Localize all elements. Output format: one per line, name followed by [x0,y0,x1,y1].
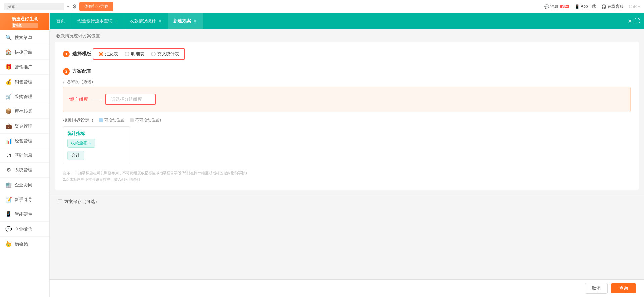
trial-button[interactable]: 体验行业方案 [79,2,113,11]
save-checkbox-text: 方案保存（可选） [64,199,99,205]
top-bar-left: ▾ ⚙ 体验行业方案 [4,2,542,11]
service-item[interactable]: 🎧 在线客服 [601,4,624,9]
radio-detail-circle [125,52,129,56]
wechat-icon: 💬 [5,226,12,232]
sidebar-item-label: 营销推广 [15,64,32,70]
step2-num: 2 [63,68,70,75]
sidebar-item-enterprise[interactable]: 🏢 企业协同 [0,178,49,192]
sidebar-item-finance[interactable]: 💼 资金管理 [0,119,49,134]
tab-bank-label: 现金银行流水查询 [77,18,112,24]
message-item[interactable]: 💬 消息 99+ [544,4,569,9]
tab-stat[interactable]: 收款情况统计 ✕ [124,13,168,29]
tip-2: 2.点击标题栏下拉可设置排序、插入列和删除列 [63,176,631,183]
dropdown-icon[interactable]: ▾ [67,4,69,9]
indicator-header: 模板指标设定（ 可拖动位置 不可拖动位置） [63,117,631,123]
service-label: 在线客服 [607,4,624,9]
message-badge: 99+ [560,5,569,8]
settings-icon[interactable]: ⚙ [72,3,77,10]
home-icon: 🏠 [5,49,12,55]
tab-new-plan-close[interactable]: ✕ [193,19,197,23]
sidebar-item-label: 基础信息 [15,152,32,158]
user-avatar[interactable]: CaR ▾ [629,4,640,9]
radio-summary[interactable]: 汇总表 [99,51,118,57]
maximize-button[interactable]: ⛶ [635,18,640,24]
non-draggable-label: 不可拖动位置） [130,117,163,123]
tab-home[interactable]: 首页 [50,13,72,29]
step1-title: 选择模板 [72,51,91,57]
sidebar-item-search[interactable]: 🔍 搜索菜单 [0,30,49,45]
dimension-area: *纵向维度 —— 请选择分组维度 [63,87,631,112]
draggable-label: 可拖动位置 [99,117,124,123]
stat-tag-row: 收款金额 ∨ [67,139,126,148]
crown-icon: 👑 [5,241,12,247]
bottom-bar: 方案保存（可选） [50,195,644,208]
sidebar-item-label: 资金管理 [15,123,32,129]
radio-cross-circle [151,52,156,56]
save-checkbox[interactable] [58,199,62,204]
close-window-button[interactable]: ✕ [628,18,632,24]
box-icon: 📦 [5,108,12,114]
sidebar-item-label: 搜索菜单 [15,35,32,41]
sidebar-item-guide[interactable]: 📝 新手引导 [0,192,49,207]
sales-icon: 💰 [5,79,12,85]
content-area: 收款情况统计方案设置 1 选择模板 汇总表 [50,29,644,279]
message-icon: 💬 [544,4,549,9]
sidebar-item-inventory[interactable]: 📦 库存核算 [0,104,49,119]
sidebar-item-label: 快捷导航 [15,49,32,55]
tab-bank-close[interactable]: ✕ [114,19,119,23]
stat-tag-amount[interactable]: 收款金额 ∨ [67,139,95,148]
step2-label: 2 方案配置 [63,68,91,75]
search-input[interactable] [4,3,64,10]
breadcrumb-text: 收款情况统计方案设置 [56,33,100,38]
footer-bar: 取消 查询 [50,279,644,297]
tip-1: 提示： 1.拖动标题栏可以调整布局，不可跨维度或指标区域拖动栏目字段(只能在同一… [63,170,631,177]
guide-icon: 📝 [5,196,12,203]
sidebar-item-purchase[interactable]: 🛒 采购管理 [0,89,49,104]
tab-stat-label: 收款情况统计 [130,18,156,24]
sidebar-item-label: 畅会员 [15,241,28,247]
sidebar-item-marketing[interactable]: 🎁 营销推广 [0,60,49,75]
sidebar-item-basic[interactable]: 🗂 基础信息 [0,148,49,163]
step2-title: 方案配置 [72,68,91,75]
template-selection-box: 汇总表 明细表 交叉统计表 [93,48,185,60]
step1-section: 1 选择模板 汇总表 明细表 [63,48,631,61]
dim-section-label: 汇总维度（必选） [63,79,631,85]
stat-tag-label: 收款金额 [71,140,87,146]
sidebar-item-label: 库存核算 [15,108,32,114]
main-card: 1 选择模板 汇总表 明细表 [55,42,639,190]
non-draggable-dot [130,118,134,122]
sidebar-item-member[interactable]: 👑 畅会员 [0,237,49,251]
cancel-button[interactable]: 取消 [585,283,608,294]
dim-arrow: —— [92,97,101,102]
dim-row: *纵向维度 —— 请选择分组维度 [69,94,625,105]
draggable-text: 可拖动位置 [104,117,124,123]
sidebar-item-system[interactable]: ⚙ 系统管理 [0,163,49,178]
chart-icon: 📊 [5,138,12,144]
query-button[interactable]: 查询 [611,283,636,293]
sidebar-item-quick-nav[interactable]: 🏠 快捷导航 [0,45,49,60]
search-icon: 🔍 [5,34,12,41]
tab-new-plan[interactable]: 新建方案 ✕ [168,13,203,29]
gift-icon: 🎁 [5,64,12,70]
indicator-label: 模板指标设定（ [63,117,94,123]
tab-bank[interactable]: 现金银行流水查询 ✕ [72,13,124,29]
sidebar-item-wechat[interactable]: 💬 企业微信 [0,222,49,237]
radio-detail[interactable]: 明细表 [125,51,144,57]
logo-text: 畅捷通好生意 [12,16,38,22]
sidebar-item-hardware[interactable]: 📱 智能硬件 [0,207,49,222]
sidebar-item-sales[interactable]: 💰 销售管理 [0,75,49,89]
save-checkbox-label[interactable]: 方案保存（可选） [58,199,99,205]
sidebar-item-operation[interactable]: 📊 经营管理 [0,134,49,148]
folder-icon: 🗂 [5,152,12,158]
logo-sub: 标准版 [12,23,38,28]
radio-cross[interactable]: 交叉统计表 [151,51,179,57]
dim-select-box[interactable]: 请选择分组维度 [105,94,156,105]
sidebar-item-label: 企业微信 [15,226,32,232]
sidebar-item-label: 系统管理 [15,167,32,173]
app-download-item[interactable]: 📱 App下载 [575,4,596,9]
tips-section: 提示： 1.拖动标题栏可以调整布局，不可跨维度或指标区域拖动栏目字段(只能在同一… [63,170,631,183]
cart-icon: 🛒 [5,93,12,100]
tab-stat-close[interactable]: ✕ [158,19,162,23]
sidebar: 畅捷通好生意 标准版 🔍 搜索菜单 🏠 快捷导航 🎁 营销推广 💰 销售管理 🛒… [0,13,50,297]
message-label: 消息 [550,4,558,9]
